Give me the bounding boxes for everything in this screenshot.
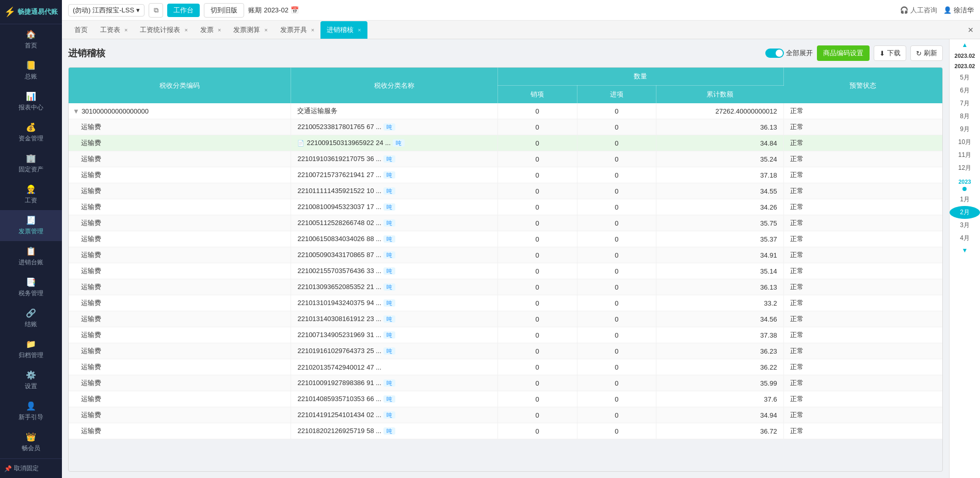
sidebar-item-membership[interactable]: 👑 畅会员 xyxy=(0,427,62,458)
sidebar-pin-button[interactable]: 📌 取消固定 xyxy=(0,458,62,478)
tab-salary-stats-close[interactable]: × xyxy=(184,27,187,33)
sidebar-label-membership: 畅会员 xyxy=(22,444,40,453)
cell-cumulative: 34.56 xyxy=(656,311,783,327)
close-all-tabs-icon[interactable]: ✕ xyxy=(968,26,974,34)
tab-invoice-close[interactable]: × xyxy=(218,27,221,33)
sidebar-item-purchase-sales[interactable]: 📋 进销台账 xyxy=(0,241,62,272)
cell-invoice-no: 221005233817801765 67 ... 吨 xyxy=(291,119,497,135)
cell-tax-code: ▼301000000000000000 xyxy=(69,103,291,119)
sidebar-item-tax[interactable]: 📑 税务管理 xyxy=(0,272,62,303)
tab-invoice-open[interactable]: 发票开具 × xyxy=(274,21,320,39)
cell-sale: 0 xyxy=(497,135,577,151)
cal-month-9[interactable]: 9月 xyxy=(950,123,980,136)
cal-month-8[interactable]: 8月 xyxy=(950,110,980,123)
user-menu[interactable]: 👤 徐洁华 xyxy=(943,6,974,15)
sidebar: ⚡ 畅捷通易代账 🏠 首页 📒 总账 📊 报表中心 💰 资金管理 🏢 固定资产 … xyxy=(0,0,62,478)
unit-tag: 吨 xyxy=(383,283,395,291)
tab-salary-stats-label: 工资统计报表 xyxy=(140,25,180,35)
cell-invoice-no: 221011111435921522 10 ... 吨 xyxy=(291,183,497,199)
tab-salary-sheet-close[interactable]: × xyxy=(124,27,127,33)
cell-sale: 0 xyxy=(497,183,577,199)
sidebar-label-ledger: 总账 xyxy=(25,72,37,81)
cal-month-10[interactable]: 10月 xyxy=(950,136,980,149)
cal-month-6[interactable]: 6月 xyxy=(950,84,980,97)
cell-invoice-no: 221014191254101434 02 ... 吨 xyxy=(291,407,497,423)
tab-invoice-calc-close[interactable]: × xyxy=(264,27,267,33)
switch-version-button[interactable]: 切到旧版 xyxy=(204,3,244,18)
toggle-switch[interactable] xyxy=(765,49,784,58)
tab-invoice-calc[interactable]: 发票测算 × xyxy=(227,21,274,39)
cal-month-11[interactable]: 11月 xyxy=(950,149,980,162)
th-sale: 销项 xyxy=(497,86,577,104)
tab-home[interactable]: 首页 xyxy=(68,21,94,39)
sidebar-label-finance: 资金管理 xyxy=(19,134,43,143)
cell-item-name: 运输费 xyxy=(69,215,291,231)
cell-cumulative: 35.99 xyxy=(656,375,783,391)
cal-month-1[interactable]: 1月 xyxy=(950,193,980,206)
cell-cumulative: 37.6 xyxy=(656,391,783,407)
cell-cumulative: 36.72 xyxy=(656,423,783,439)
cell-sale: 0 xyxy=(497,151,577,167)
download-button[interactable]: ⬇ 下载 xyxy=(874,45,906,61)
sidebar-item-assets[interactable]: 🏢 固定资产 xyxy=(0,148,62,179)
expand-toggle[interactable]: 全部展开 xyxy=(765,49,813,58)
tab-purchase-sales-audit[interactable]: 进销稽核 × xyxy=(320,21,367,39)
tab-salary-sheet[interactable]: 工资表 × xyxy=(94,21,134,39)
calendar-dot xyxy=(962,187,967,191)
calendar-nav-up[interactable]: ▲ xyxy=(960,39,970,51)
th-tax-name: 税收分类名称 xyxy=(291,68,497,103)
unit-tag: 吨 xyxy=(383,299,395,307)
cell-invoice-no: 221019103619217075 36 ... 吨 xyxy=(291,151,497,167)
copy-button[interactable]: ⧉ xyxy=(149,3,163,18)
cal-month-12[interactable]: 12月 xyxy=(950,162,980,174)
unit-tag: 吨 xyxy=(383,379,395,387)
calendar-nav-down[interactable]: ▼ xyxy=(960,245,970,256)
cal-month-7[interactable]: 7月 xyxy=(950,97,980,110)
cell-invoice-no: 221007215737621941 27 ... 吨 xyxy=(291,167,497,183)
cell-cumulative: 34.26 xyxy=(656,199,783,215)
cell-sale: 0 xyxy=(497,375,577,391)
service-button[interactable]: 🎧 人工咨询 xyxy=(900,6,937,15)
sidebar-item-reports[interactable]: 📊 报表中心 xyxy=(0,86,62,117)
period-value: 2023-02 xyxy=(264,6,288,14)
cell-invoice-no: 221005112528266748 02 ... 吨 xyxy=(291,215,497,231)
cell-cumulative: 34.91 xyxy=(656,247,783,263)
cal-month-5[interactable]: 5月 xyxy=(950,71,980,84)
page-header: 进销稽核 全部展开 商品编码设置 ⬇ 下载 ↻ 刷新 xyxy=(68,45,943,61)
sidebar-item-finance[interactable]: 💰 资金管理 xyxy=(0,117,62,148)
sidebar-item-guide[interactable]: 👤 新手引导 xyxy=(0,396,62,427)
tab-audit-close[interactable]: × xyxy=(358,27,361,33)
pin-icon: 📌 xyxy=(4,465,12,472)
company-selector[interactable]: (勿动) 江西报宝-LSS ▾ xyxy=(68,4,144,17)
cell-item-name: 运输费 xyxy=(69,167,291,183)
sidebar-item-invoice[interactable]: 🧾 发票管理 xyxy=(0,210,62,241)
unit-tag: 吨 xyxy=(383,395,395,403)
sidebar-item-close[interactable]: 🔗 结账 xyxy=(0,303,62,334)
tab-invoice-open-close[interactable]: × xyxy=(311,27,314,33)
sidebar-label-archive: 归档管理 xyxy=(19,351,43,360)
refresh-button[interactable]: ↻ 刷新 xyxy=(910,45,943,61)
product-code-setting-button[interactable]: 商品编码设置 xyxy=(817,45,870,61)
sidebar-item-archive[interactable]: 📁 归档管理 xyxy=(0,334,62,365)
settings-icon: ⚙️ xyxy=(26,370,36,380)
cal-month-3[interactable]: 3月 xyxy=(950,219,980,232)
workspace-button[interactable]: 工作台 xyxy=(167,4,200,17)
tab-salary-stats[interactable]: 工资统计报表 × xyxy=(134,21,194,39)
unit-tag: 吨 xyxy=(383,267,395,275)
sidebar-item-salary[interactable]: 👷 工资 xyxy=(0,179,62,210)
sidebar-item-home[interactable]: 🏠 首页 xyxy=(0,24,62,55)
cal-month-4[interactable]: 4月 xyxy=(950,232,980,245)
cell-cumulative: 33.2 xyxy=(656,295,783,311)
tab-invoice[interactable]: 发票 × xyxy=(194,21,227,39)
th-cumulative: 累计数额 xyxy=(656,86,783,104)
home-icon: 🏠 xyxy=(26,29,36,39)
page-actions: 全部展开 商品编码设置 ⬇ 下载 ↻ 刷新 xyxy=(765,45,943,61)
cell-invoice-no: 221007134905231969 31 ... 吨 xyxy=(291,327,497,343)
cal-month-2-current[interactable]: 2月 xyxy=(950,206,980,219)
cell-item-name: 运输费 xyxy=(69,263,291,279)
expand-label: 全部展开 xyxy=(786,49,813,58)
cell-warning: 正常 xyxy=(783,183,942,199)
tab-invoice-label: 发票 xyxy=(200,25,214,35)
sidebar-item-settings[interactable]: ⚙️ 设置 xyxy=(0,365,62,396)
sidebar-item-ledger[interactable]: 📒 总账 xyxy=(0,55,62,86)
